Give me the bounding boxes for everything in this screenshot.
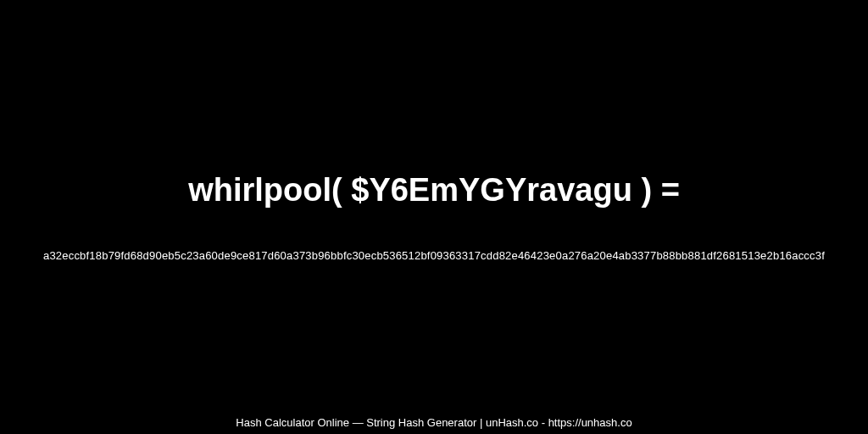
hash-expression-heading: whirlpool( $Y6EmYGYravagu ) = (188, 172, 680, 209)
hash-output: a32eccbf18b79fd68d90eb5c23a60de9ce817d60… (43, 249, 825, 262)
main-content: whirlpool( $Y6EmYGYravagu ) = a32eccbf18… (0, 0, 868, 434)
footer-text: Hash Calculator Online — String Hash Gen… (0, 416, 868, 429)
